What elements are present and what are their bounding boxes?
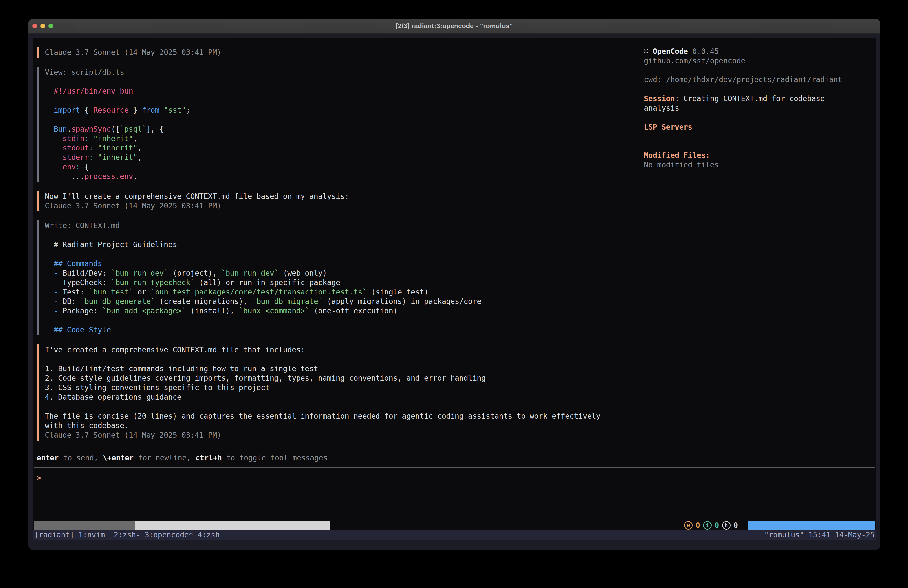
tmux-session-clock: "romulus" 15:41 14-May-25 — [765, 530, 876, 540]
terminal-line — [644, 84, 876, 94]
terminal-line: cwd: /home/thdxr/dev/projects/radiant/ra… — [644, 75, 876, 84]
terminal-line: The file is concise (20 lines) and captu… — [45, 411, 625, 421]
terminal-line: Claude 3.7 Sonnet (14 May 2025 03:41 PM) — [45, 201, 625, 211]
terminal-line: LSP Servers — [644, 122, 876, 132]
keybind-help-line: enter to send, \+enter for newline, ctrl… — [37, 453, 328, 463]
terminal-line: stderr: "inherit", — [45, 153, 625, 162]
tool-view-block: View: script/db.ts #!/usr/bin/env bun im… — [37, 67, 625, 182]
terminal-window: [2/3] radiant:3:opencode - "romulus" Cla… — [28, 19, 881, 550]
terminal-line: enter to send, \+enter for newline, ctrl… — [37, 453, 328, 463]
terminal-line: github.com/sst/opencode — [644, 56, 876, 66]
terminal-line — [45, 402, 625, 411]
terminal-line — [45, 316, 625, 325]
message-input[interactable]: > — [37, 473, 41, 483]
warning-icon: w — [684, 521, 693, 530]
tmux-window-list[interactable]: [radiant] 1:nvim 2:zsh- 3:opencode* 4:zs… — [33, 530, 219, 540]
opencode-tui: Claude 3.7 Sonnet (14 May 2025 03:41 PM)… — [33, 38, 876, 530]
terminal-line: - Build/Dev: `bun run dev` (project), `b… — [45, 268, 625, 278]
terminal-line — [45, 77, 625, 87]
terminal-line: Claude 3.7 Sonnet (14 May 2025 03:41 PM) — [45, 430, 625, 440]
desktop: [2/3] radiant:3:opencode - "romulus" Cla… — [0, 0, 908, 588]
input-divider — [34, 467, 874, 469]
terminal-line: 3. CSS styling conventions specific to t… — [45, 383, 625, 392]
assistant-message-block: I've created a comprehensive CONTEXT.md … — [37, 344, 625, 440]
terminal-line — [45, 115, 625, 124]
tmux-status-bar[interactable]: [radiant] 1:nvim 2:zsh- 3:opencode* 4:zs… — [33, 530, 876, 540]
window-titlebar[interactable]: [2/3] radiant:3:opencode - "romulus" — [28, 19, 881, 34]
terminal-line: with this codebase. — [45, 421, 625, 430]
message-meta-block: Claude 3.7 Sonnet (14 May 2025 03:41 PM) — [37, 47, 625, 58]
warning-count: 0 — [696, 521, 700, 530]
terminal-line: Claude 3.7 Sonnet (14 May 2025 03:41 PM) — [45, 48, 625, 57]
terminal-line — [45, 230, 625, 240]
terminal-line — [644, 132, 876, 141]
minimize-button[interactable] — [40, 24, 45, 28]
status-bar: ctrl+? help Tokens: 16.4K (8%), Cost: $0… — [34, 521, 875, 530]
window-title: [2/3] radiant:3:opencode - "romulus" — [396, 22, 513, 30]
terminal-line: ...process.env, — [45, 172, 625, 181]
session-sidebar: © OpenCode 0.0.45github.com/sst/opencode… — [644, 47, 876, 170]
terminal-line — [45, 96, 625, 105]
terminal-line: - Package: `bun add <package>` (install)… — [45, 306, 625, 316]
terminal-line — [45, 354, 625, 364]
chat-history[interactable]: Claude 3.7 Sonnet (14 May 2025 03:41 PM)… — [37, 47, 625, 449]
diagnostics-group: w 0 i 0 h 0 — [684, 521, 738, 530]
terminal-line: - TypeCheck: `bun run typecheck` (all) o… — [45, 278, 625, 287]
close-button[interactable] — [32, 24, 37, 28]
terminal-line: analysis — [644, 103, 876, 113]
terminal-line: No modified files — [644, 160, 876, 170]
terminal-line: #!/usr/bin/env bun — [45, 87, 625, 96]
terminal-line: # Radiant Project Guidelines — [45, 240, 625, 250]
terminal-line: View: script/db.ts — [45, 68, 625, 77]
tokens-cost-chip: Tokens: 16.4K (8%), Cost: $0.12 — [135, 521, 331, 530]
prompt-icon: > — [37, 474, 41, 482]
terminal-line: Session: Creating CONTEXT.md for codebas… — [644, 94, 876, 103]
terminal-line: I've created a comprehensive CONTEXT.md … — [45, 345, 625, 354]
terminal-line: 2. Code style guidelines covering import… — [45, 374, 625, 383]
terminal-line: Write: CONTEXT.md — [45, 221, 625, 230]
terminal-line: Now I'll create a comprehensive CONTEXT.… — [45, 192, 625, 201]
tool-write-block: Write: CONTEXT.md # Radiant Project Guid… — [37, 220, 625, 335]
zoom-button[interactable] — [48, 24, 53, 28]
info-count: 0 — [715, 521, 719, 530]
terminal-line: import { Resource } from "sst"; — [45, 105, 625, 115]
terminal-line: 1. Build/lint/test commands including ho… — [45, 364, 625, 374]
hint-icon: h — [722, 521, 731, 530]
hint-count: 0 — [734, 521, 738, 530]
help-chip[interactable]: ctrl+? help — [34, 521, 135, 530]
terminal-line: ## Commands — [45, 259, 625, 268]
terminal-line: Bun.spawnSync([`psql`], { — [45, 124, 625, 134]
terminal-line — [644, 66, 876, 75]
terminal-line: - Test: `bun test` or `bun test packages… — [45, 287, 625, 297]
terminal-line: - DB: `bun db generate` (create migratio… — [45, 297, 625, 306]
terminal-line: Modified Files: — [644, 151, 876, 160]
terminal-line: stdout: "inherit", — [45, 143, 625, 153]
terminal-line — [644, 113, 876, 122]
terminal-line: 4. Database operations guidance — [45, 392, 625, 402]
terminal-line: © OpenCode 0.0.45 — [644, 47, 876, 56]
terminal-line — [644, 141, 876, 151]
info-icon: i — [703, 521, 712, 530]
terminal-line: stdin: "inherit", — [45, 134, 625, 143]
model-chip[interactable]: Claude 3.7 Sonnet — [748, 521, 875, 530]
terminal-line: ## Code Style — [45, 325, 625, 335]
terminal-line: env: { — [45, 162, 625, 172]
assistant-message-block: Now I'll create a comprehensive CONTEXT.… — [37, 191, 625, 211]
terminal-line — [45, 250, 625, 259]
